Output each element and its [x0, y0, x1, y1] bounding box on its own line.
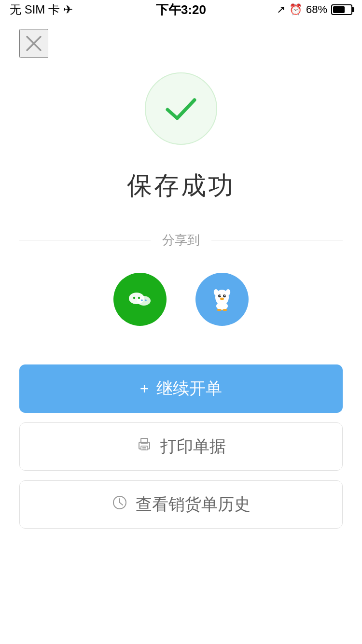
print-button[interactable]: 打印单据: [19, 422, 343, 471]
svg-point-6: [141, 299, 143, 301]
divider-right: [211, 240, 343, 240]
continue-order-label: 继续开单: [156, 378, 222, 400]
alarm-icon: ⏰: [289, 3, 302, 16]
share-divider: 分享到: [19, 232, 343, 249]
divider-left: [19, 240, 151, 240]
history-button[interactable]: 查看销货单历史: [19, 480, 343, 529]
svg-point-5: [138, 296, 139, 298]
svg-point-12: [224, 294, 225, 295]
qq-icon: [207, 284, 238, 315]
plus-icon: +: [140, 380, 149, 398]
status-time: 下午3:20: [156, 1, 206, 18]
sim-status: 无 SIM 卡 ✈: [10, 2, 73, 17]
status-bar: 无 SIM 卡 ✈ 下午3:20 ↗ ⏰ 68%: [0, 0, 362, 19]
success-icon-circle: [145, 72, 217, 145]
svg-rect-21: [141, 446, 148, 450]
battery-label: 68%: [306, 3, 327, 16]
wechat-icon: [125, 284, 156, 315]
print-label: 打印单据: [160, 435, 226, 458]
share-label: 分享到: [151, 232, 211, 249]
location-icon: ↗: [277, 3, 285, 16]
status-left: 无 SIM 卡 ✈: [10, 2, 73, 17]
history-label: 查看销货单历史: [136, 493, 251, 516]
success-title: 保存成功: [127, 169, 235, 203]
continue-order-button[interactable]: + 继续开单: [19, 364, 343, 413]
svg-point-4: [133, 296, 135, 298]
clock-icon: [111, 494, 128, 515]
svg-line-26: [120, 503, 123, 505]
action-buttons: + 继续开单 打印单据: [19, 364, 343, 529]
share-icons-container: [113, 273, 249, 326]
checkmark-icon: [162, 89, 200, 128]
svg-point-17: [217, 309, 222, 311]
svg-point-11: [219, 294, 220, 295]
battery-icon: [331, 4, 352, 15]
svg-point-7: [145, 299, 147, 301]
svg-point-18: [223, 309, 227, 311]
print-icon: [136, 436, 153, 457]
qq-share-button[interactable]: [195, 273, 249, 326]
wechat-share-button[interactable]: [113, 273, 167, 326]
close-button[interactable]: [19, 29, 48, 58]
svg-point-10: [223, 294, 226, 297]
svg-point-16: [216, 302, 228, 310]
status-right: ↗ ⏰ 68%: [277, 3, 352, 16]
svg-point-13: [220, 297, 224, 300]
main-content: 保存成功 分享到: [0, 19, 362, 644]
svg-point-9: [218, 294, 221, 297]
